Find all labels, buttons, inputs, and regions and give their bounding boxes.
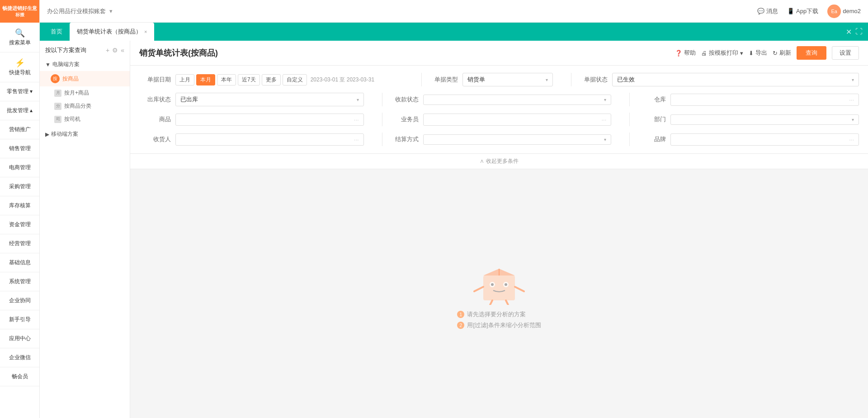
brand-input[interactable]: ··· bbox=[670, 133, 859, 146]
member-label: 畅会员 bbox=[0, 373, 39, 380]
date-btn-this-year[interactable]: 本年 bbox=[217, 74, 236, 86]
goods-input[interactable]: ··· bbox=[175, 114, 364, 126]
query-button[interactable]: 查询 bbox=[797, 46, 826, 60]
divider-6 bbox=[629, 113, 630, 126]
doc-status-value: 已生效 bbox=[617, 76, 635, 84]
payment-arrow: ▾ bbox=[604, 137, 606, 142]
add-scheme-icon[interactable]: + bbox=[106, 47, 109, 54]
salesperson-label: 业务员 bbox=[392, 115, 423, 124]
print-icon: 🖨 bbox=[701, 50, 707, 57]
wechat-label: 企业微信 bbox=[0, 354, 39, 361]
settings-scheme-icon[interactable]: ⚙ bbox=[112, 47, 118, 54]
collapse-more-conditions[interactable]: ∧ 收起更多条件 bbox=[130, 154, 868, 169]
date-btn-more[interactable]: 更多 bbox=[262, 74, 281, 86]
scheme-item-goods-category[interactable]: 分 按商品分类 bbox=[40, 100, 130, 113]
scheme-item-by-goods[interactable]: 按 按商品 bbox=[40, 71, 130, 86]
sidebar-item-inventory[interactable]: 库存核算 bbox=[0, 196, 39, 215]
user-avatar-area[interactable]: Ea demo2 bbox=[827, 5, 861, 18]
warehouse-label: 仓库 bbox=[639, 95, 670, 104]
doc-status-select[interactable]: 已生效 ▾ bbox=[612, 73, 859, 86]
refresh-label: 刷新 bbox=[779, 49, 791, 57]
collapse-panel-icon[interactable]: « bbox=[121, 47, 124, 54]
driver-icon: 司 bbox=[54, 116, 61, 123]
warehouse-input[interactable]: ··· bbox=[670, 94, 859, 106]
sidebar-item-basics[interactable]: 基础信息 bbox=[0, 253, 39, 272]
sidebar-item-wechat[interactable]: 企业微信 bbox=[0, 348, 39, 367]
desktop-scheme-label: 电脑端方案 bbox=[52, 61, 80, 68]
mobile-scheme-title[interactable]: ▶ 移动端方案 bbox=[40, 128, 130, 141]
sidebar-item-search[interactable]: 🔍 搜索菜单 bbox=[0, 23, 39, 52]
window-close-icon[interactable]: ✕ bbox=[846, 28, 852, 36]
doc-type-label: 单据类型 bbox=[431, 76, 462, 84]
sidebar-item-retail[interactable]: 零售管理 ▾ bbox=[0, 82, 39, 101]
tab-home[interactable]: 首页 bbox=[43, 23, 70, 41]
breadcrumb-dropdown-icon[interactable]: ▾ bbox=[109, 8, 113, 14]
sidebar-item-wholesale[interactable]: 批发管理 ▴ bbox=[0, 101, 39, 120]
settings-button[interactable]: 设置 bbox=[832, 46, 859, 60]
desktop-scheme-title[interactable]: ▼ 电脑端方案 bbox=[40, 58, 130, 71]
doc-type-select[interactable]: 销货单 ▾ bbox=[462, 73, 553, 86]
left-panel: 按以下方案查询 + ⚙ « ▼ 电脑端方案 按 按商品 月 bbox=[40, 41, 130, 418]
mobile-scheme-section: ▶ 移动端方案 bbox=[40, 128, 130, 141]
filter-row-1: 单据日期 上月 本月 本年 近7天 更多 自定义 2023-03-01 至 20… bbox=[139, 73, 859, 86]
svg-line-9 bbox=[490, 300, 492, 305]
app-download-button[interactable]: 📱 App下载 bbox=[787, 7, 818, 15]
page-title-row: 销货单统计表(按商品) ❓ 帮助 🖨 按模板打印 ▾ ⬇ bbox=[139, 46, 859, 60]
sidebar-item-sales[interactable]: 销售管理 bbox=[0, 139, 39, 158]
sidebar-item-marketing[interactable]: 营销推广 bbox=[0, 120, 39, 139]
header-right: 💬 消息 📱 App下载 Ea demo2 bbox=[757, 5, 861, 18]
filter-row-4: 收货人 ··· 结算方式 ▾ 品牌 ··· bbox=[139, 133, 859, 146]
logo-line1: 畅捷进销好生意 bbox=[2, 5, 37, 11]
print-dropdown-icon[interactable]: ▾ bbox=[740, 50, 743, 57]
help-button[interactable]: ❓ 帮助 bbox=[675, 49, 696, 57]
filter-row-3: 商品 ··· 业务员 ··· 部门 ▾ bbox=[139, 113, 859, 126]
salesperson-input[interactable]: ··· bbox=[423, 114, 612, 126]
sales-label: 销售管理 bbox=[0, 145, 39, 152]
right-content: 销货单统计表(按商品) ❓ 帮助 🖨 按模板打印 ▾ ⬇ bbox=[130, 41, 868, 418]
goods-category-label: 按商品分类 bbox=[64, 102, 91, 110]
sidebar-item-member[interactable]: 畅会员 bbox=[0, 367, 39, 386]
message-button[interactable]: 💬 消息 bbox=[757, 7, 778, 15]
by-goods-icon: 按 bbox=[51, 74, 60, 83]
refresh-button[interactable]: ↻ 刷新 bbox=[773, 49, 791, 57]
sidebar-item-quicknav[interactable]: ⚡ 快捷导航 bbox=[0, 52, 39, 82]
svg-line-8 bbox=[515, 287, 524, 291]
window-maximize-icon[interactable]: ⛶ bbox=[855, 28, 863, 36]
filter-row-2: 出库状态 已出库 ▾ 收款状态 ▾ 仓库 ··· bbox=[139, 93, 859, 106]
export-button[interactable]: ⬇ 导出 bbox=[749, 49, 767, 57]
sidebar-item-system[interactable]: 系统管理 bbox=[0, 272, 39, 291]
consignee-input[interactable]: ··· bbox=[175, 133, 364, 146]
sidebar-item-finance[interactable]: 资金管理 bbox=[0, 215, 39, 234]
sidebar-item-ecommerce[interactable]: 电商管理 bbox=[0, 158, 39, 177]
tab-close-icon[interactable]: × bbox=[144, 29, 147, 34]
scheme-item-month-goods[interactable]: 月 按月+商品 bbox=[40, 86, 130, 100]
sidebar-item-appcenter[interactable]: 应用中心 bbox=[0, 329, 39, 348]
brand-label: 品牌 bbox=[639, 135, 670, 143]
sidebar-item-newguide[interactable]: 新手引导 bbox=[0, 310, 39, 329]
dept-select[interactable]: ▾ bbox=[670, 114, 859, 125]
date-btn-7days[interactable]: 近7天 bbox=[238, 74, 260, 86]
svg-point-6 bbox=[505, 283, 507, 286]
receipt-status-select[interactable]: ▾ bbox=[423, 95, 612, 105]
date-btn-last-month[interactable]: 上月 bbox=[175, 74, 194, 86]
sidebar-item-enterprise[interactable]: 企业协同 bbox=[0, 291, 39, 310]
finance-label: 资金管理 bbox=[0, 221, 39, 228]
breadcrumb-text[interactable]: 办公用品行业模拟账套 bbox=[47, 7, 106, 15]
out-status-select[interactable]: 已出库 ▾ bbox=[175, 93, 364, 106]
sidebar-item-operations[interactable]: 经营管理 bbox=[0, 234, 39, 253]
date-btn-this-month[interactable]: 本月 bbox=[196, 74, 215, 86]
dept-arrow: ▾ bbox=[852, 117, 854, 122]
tab-sales-report[interactable]: 销货单统计表（按商品） × bbox=[70, 23, 154, 41]
template-print-button[interactable]: 🖨 按模板打印 ▾ bbox=[701, 49, 743, 57]
app-logo: 畅捷进销好生意 标搬 bbox=[0, 0, 39, 23]
page-header: 销货单统计表(按商品) ❓ 帮助 🖨 按模板打印 ▾ ⬇ bbox=[130, 41, 868, 66]
out-status-label: 出库状态 bbox=[139, 95, 175, 104]
window-controls: ✕ ⛶ bbox=[840, 28, 868, 36]
date-btn-custom[interactable]: 自定义 bbox=[283, 74, 307, 86]
payment-select[interactable]: ▾ bbox=[423, 134, 612, 145]
wholesale-label: 批发管理 ▴ bbox=[0, 107, 39, 114]
scheme-item-driver[interactable]: 司 按司机 bbox=[40, 113, 130, 126]
receipt-status-arrow: ▾ bbox=[604, 97, 606, 102]
sidebar-item-purchase[interactable]: 采购管理 bbox=[0, 177, 39, 196]
left-panel-icons: + ⚙ « bbox=[106, 47, 124, 54]
